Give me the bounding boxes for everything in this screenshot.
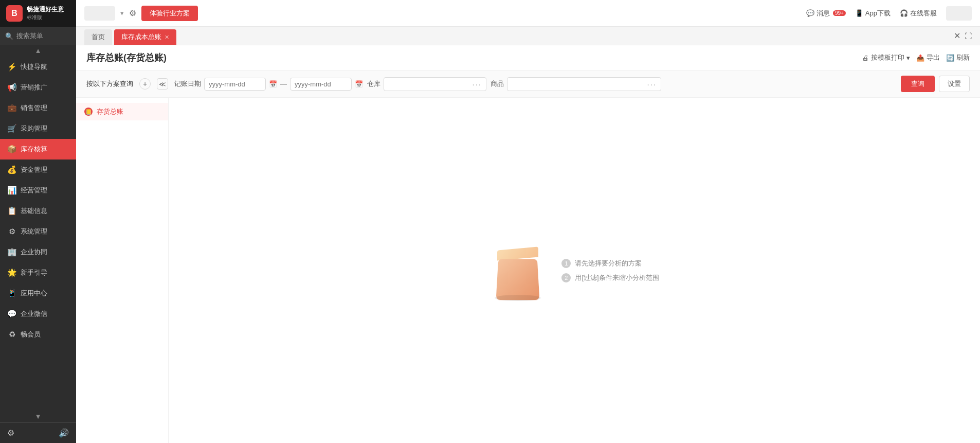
wechat-icon: 💬 [7,309,16,318]
online-service-btn[interactable]: 🎧 在线客服 [900,9,937,18]
topbar-settings-icon[interactable]: ⚙ [129,8,136,18]
marketing-icon: 📢 [7,83,16,92]
sidebar-label-quick-nav: 快捷导航 [21,62,47,72]
filter-collapse-btn[interactable]: ≪ [157,78,168,90]
scheme-sidebar: 📒 存货总账 [76,98,169,443]
sidebar-search[interactable]: 🔍 搜索菜单 [0,27,76,45]
tip-num-1: 1 [561,259,571,268]
headset-icon: 🎧 [900,9,908,17]
warehouse-more-icon[interactable]: ··· [472,80,482,88]
date-end-input[interactable] [290,78,352,91]
sidebar: B 畅捷通好生意 标准版 🔍 搜索菜单 ▲ ⚡ 快捷导航 📢 营销推广 💼 销售… [0,0,76,443]
sidebar-label-sales: 销售管理 [21,103,47,113]
sidebar-item-enterprise[interactable]: 🏢 企业协同 [0,242,76,262]
scheme-dot: 📒 [84,108,93,116]
sidebar-nav: ⚡ 快捷导航 📢 营销推广 💼 销售管理 🛒 采购管理 📦 库存核算 💰 资金管… [0,57,76,411]
calendar-start-icon[interactable]: 📅 [269,80,277,88]
tab-close-icon[interactable]: ✕ [165,34,169,41]
product-label: 商品 [491,79,504,88]
app-download-btn[interactable]: 📱 App下载 [855,9,891,18]
bottom-settings-icon[interactable]: ⚙ [7,428,14,438]
tip-label-1: 请先选择要分析的方案 [575,259,642,268]
tip-num-2: 2 [561,273,571,282]
product-filter-group: 商品 ··· [491,77,661,91]
scheme-item-inventory-ledger[interactable]: 📒 存货总账 [76,103,168,120]
sidebar-label-wechat: 企业微信 [21,309,47,318]
message-btn[interactable]: 💬 消息 99+ [806,9,846,18]
box-body [496,259,540,300]
export-action[interactable]: 📤 导出 [916,53,940,62]
sidebar-item-sales[interactable]: 💼 销售管理 [0,98,76,118]
topbar-avatar [84,6,115,21]
content-area: 📒 存货总账 1 请先选择要分析的方案 [76,98,980,443]
sidebar-item-operations[interactable]: 📊 经营管理 [0,180,76,201]
tab-close-panel-icon[interactable]: ✕ [954,31,960,41]
basic-info-icon: 📋 [7,206,16,216]
sidebar-scroll-down[interactable]: ▼ [0,411,76,422]
sidebar-label-purchase: 采购管理 [21,124,47,133]
sidebar-item-marketing[interactable]: 📢 营销推广 [0,77,76,98]
filter-row: 记账日期 📅 — 📅 仓库 ··· 商品 [174,77,895,91]
sidebar-item-system[interactable]: ⚙ 系统管理 [0,221,76,242]
query-button[interactable]: 查询 [901,76,935,92]
warehouse-select[interactable]: ··· [384,77,486,91]
sidebar-item-member[interactable]: ♻ 畅会员 [0,324,76,345]
quick-nav-icon: ⚡ [7,62,16,72]
sidebar-item-quick-nav[interactable]: ⚡ 快捷导航 [0,57,76,77]
system-icon: ⚙ [7,227,16,236]
date-start-input[interactable] [204,78,266,91]
message-icon: 💬 [806,9,814,17]
filter-add-btn[interactable]: + [139,78,151,90]
app-logo-icon: B [6,5,23,22]
tab-expand-icon[interactable]: ⛶ [965,32,972,40]
tabbar: 首页 库存成本总账 ✕ ✕ ⛶ [76,27,980,45]
finance-icon: 💰 [7,165,16,174]
product-select[interactable]: ··· [507,77,661,91]
message-label: 消息 [816,9,830,18]
search-icon: 🔍 [5,32,13,40]
industry-btn[interactable]: 体验行业方案 [141,6,198,21]
filter-scheme-label: 按以下方案查询 [86,79,133,88]
sales-icon: 💼 [7,103,16,113]
online-service-label: 在线客服 [910,9,937,18]
refresh-action[interactable]: 🔄 刷新 [946,53,970,62]
sidebar-logo: B 畅捷通好生意 标准版 [0,0,76,27]
settings-button[interactable]: 设置 [939,76,970,92]
sidebar-label-member: 畅会员 [21,330,41,339]
sidebar-item-purchase[interactable]: 🛒 采购管理 [0,118,76,139]
sidebar-item-basic-info[interactable]: 📋 基础信息 [0,201,76,221]
user-avatar[interactable] [946,6,972,21]
page-content: 库存总账(存货总账) 🖨 按模板打印 ▾ 📤 导出 🔄 刷新 按以下方案查 [76,45,980,443]
sidebar-scroll-up[interactable]: ▲ [0,45,76,57]
enterprise-icon: 🏢 [7,247,16,257]
sidebar-item-guide[interactable]: 🌟 新手引导 [0,262,76,283]
tab-inventory-cost[interactable]: 库存成本总账 ✕ [114,29,176,45]
print-dropdown-icon[interactable]: ▾ [906,54,910,62]
product-more-icon[interactable]: ··· [647,80,657,88]
tab-home[interactable]: 首页 [84,29,112,45]
sidebar-item-finance[interactable]: 💰 资金管理 [0,160,76,180]
tab-home-label: 首页 [92,32,105,42]
warehouse-filter-group: 仓库 ··· [367,77,486,91]
sidebar-item-inventory[interactable]: 📦 库存核算 [0,139,76,160]
empty-illustration [489,242,546,299]
sidebar-label-enterprise: 企业协同 [21,247,47,257]
sidebar-label-finance: 资金管理 [21,165,47,174]
sidebar-label-guide: 新手引导 [21,268,47,277]
print-action[interactable]: 🖨 按模板打印 ▾ [862,53,910,62]
bottom-audio-icon[interactable]: 🔊 [59,428,69,438]
sidebar-item-app-center[interactable]: 📱 应用中心 [0,283,76,304]
box-shadow [495,295,541,301]
topbar: ▾ ⚙ 体验行业方案 💬 消息 99+ 📱 App下载 🎧 在线客服 [76,0,980,27]
sidebar-item-wechat[interactable]: 💬 企业微信 [0,304,76,324]
sidebar-label-basic-info: 基础信息 [21,206,47,216]
date-separator: — [280,80,287,88]
sidebar-label-app-center: 应用中心 [21,289,47,298]
export-label: 导出 [927,53,940,62]
print-label: 按模板打印 [871,53,904,62]
sidebar-label-system: 系统管理 [21,227,47,236]
app-name: 畅捷通好生意 [27,6,64,14]
calendar-end-icon[interactable]: 📅 [355,80,363,88]
topbar-expand-icon[interactable]: ▾ [120,9,124,17]
refresh-icon: 🔄 [946,54,954,62]
